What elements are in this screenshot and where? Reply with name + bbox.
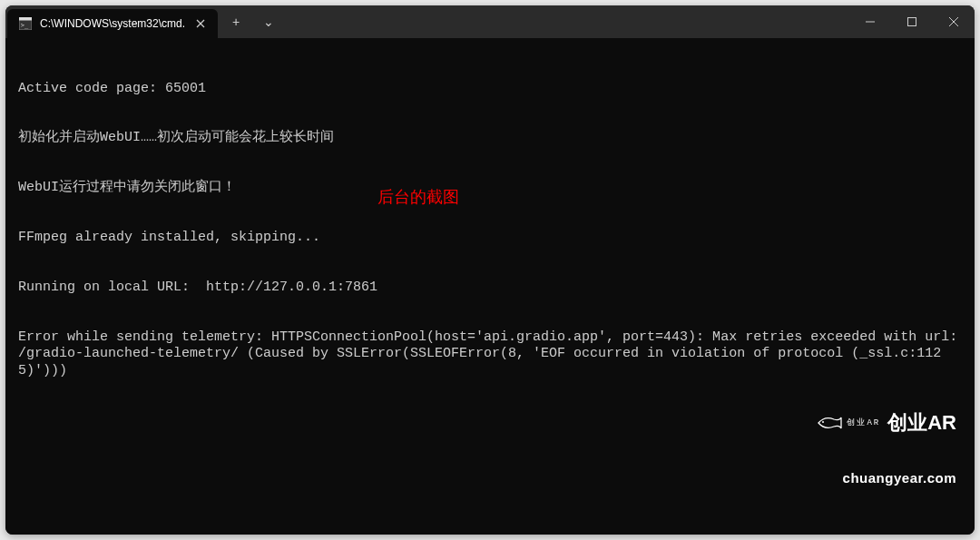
- chevron-down-icon: ⌄: [263, 15, 274, 29]
- svg-text:>_: >_: [21, 22, 29, 29]
- minimize-button[interactable]: [849, 5, 891, 38]
- terminal-line: Active code page: 65001: [18, 81, 962, 97]
- watermark-url: chuangyear.com: [816, 470, 956, 486]
- window-controls: [849, 5, 975, 38]
- watermark-brand: 创业AR: [887, 411, 956, 436]
- terminal-line: Error while sending telemetry: HTTPSConn…: [18, 329, 962, 379]
- terminal-line: FFmpeg already installed, skipping...: [18, 230, 962, 246]
- watermark-small-text: 创业AR: [847, 419, 880, 427]
- maximize-button[interactable]: [891, 5, 933, 38]
- annotation-label: 后台的截图: [377, 188, 459, 208]
- cmd-icon: >_: [18, 16, 33, 31]
- tab-active[interactable]: >_ C:\WINDOWS\system32\cmd.: [7, 9, 218, 38]
- titlebar[interactable]: >_ C:\WINDOWS\system32\cmd. + ⌄: [5, 5, 975, 38]
- fish-icon: [816, 414, 843, 432]
- watermark-top: 创业AR 创业AR: [816, 411, 956, 436]
- svg-rect-1: [19, 17, 32, 21]
- watermark-logo: 创业AR: [816, 414, 880, 432]
- svg-point-9: [822, 421, 824, 423]
- close-button[interactable]: [933, 5, 975, 38]
- terminal-window: >_ C:\WINDOWS\system32\cmd. + ⌄: [5, 5, 975, 535]
- tab-title: C:\WINDOWS\system32\cmd.: [40, 17, 185, 30]
- plus-icon: +: [232, 15, 240, 29]
- tab-dropdown-button[interactable]: ⌄: [254, 9, 283, 34]
- titlebar-drag-area[interactable]: [287, 5, 849, 38]
- terminal-line: WebUI运行过程中请勿关闭此窗口！: [18, 180, 962, 196]
- watermark: 创业AR 创业AR chuangyear.com: [816, 378, 956, 520]
- new-tab-button[interactable]: +: [221, 9, 250, 34]
- terminal-line: 初始化并启动WebUI……初次启动可能会花上较长时间: [18, 130, 962, 146]
- tab-close-button[interactable]: [192, 15, 209, 32]
- tab-controls: + ⌄: [218, 5, 287, 38]
- terminal-line: Running on local URL: http://127.0.0.1:7…: [18, 280, 962, 296]
- terminal-output[interactable]: Active code page: 65001 初始化并启动WebUI……初次启…: [5, 38, 975, 535]
- svg-rect-6: [908, 18, 916, 26]
